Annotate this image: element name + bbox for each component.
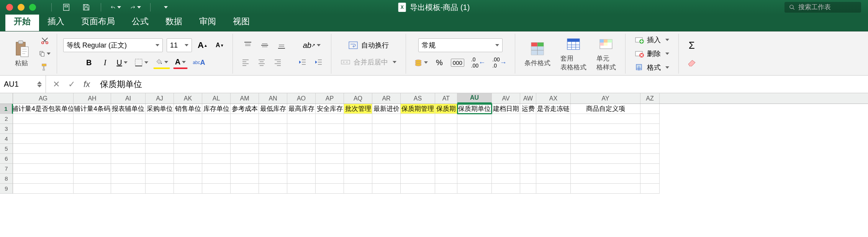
cell-AJ8[interactable] (146, 174, 174, 184)
cell-AG6[interactable] (13, 154, 74, 164)
decrease-font-button[interactable]: A▼ (213, 39, 226, 52)
cell-AI3[interactable] (111, 124, 146, 134)
cell-AK4[interactable] (174, 134, 202, 144)
cut-button[interactable] (39, 35, 51, 46)
cell-AW2[interactable] (520, 114, 536, 124)
cell-AQ9[interactable] (344, 184, 372, 194)
row-header-2[interactable]: 2 (0, 114, 13, 124)
cell-AL4[interactable] (202, 134, 231, 144)
cell-AQ5[interactable] (344, 144, 372, 154)
cell-AK6[interactable] (174, 154, 202, 164)
cell-AW6[interactable] (520, 154, 536, 164)
cell-AS3[interactable] (401, 124, 435, 134)
cell-AP4[interactable] (316, 134, 344, 144)
cell-AS6[interactable] (401, 154, 435, 164)
cell-AR8[interactable] (372, 174, 401, 184)
insert-cells-button[interactable]: 插入 (632, 34, 672, 46)
cell-AX1[interactable]: 是否走冻链 (536, 104, 571, 114)
cell-AX9[interactable] (536, 184, 571, 194)
paste-button[interactable]: 粘贴 (10, 39, 33, 69)
cell-AS8[interactable] (401, 174, 435, 184)
column-header-AM[interactable]: AM (231, 93, 259, 104)
clear-button[interactable] (685, 56, 699, 69)
column-header-AO[interactable]: AO (287, 93, 316, 104)
cell-AM8[interactable] (231, 174, 259, 184)
cell-AX2[interactable] (536, 114, 571, 124)
cell-AO7[interactable] (287, 164, 316, 174)
cell-AW4[interactable] (520, 134, 536, 144)
cell-AJ9[interactable] (146, 184, 174, 194)
cell-AO5[interactable] (287, 144, 316, 154)
cell-AO2[interactable] (287, 114, 316, 124)
cell-AT8[interactable] (435, 174, 457, 184)
cell-AG5[interactable] (13, 144, 74, 154)
cell-AS1[interactable]: 保质期管理 (401, 104, 435, 114)
cell-styles-button[interactable]: 单元 格样式 (593, 34, 619, 73)
cell-AJ4[interactable] (146, 134, 174, 144)
wrap-text-button[interactable]: 自动换行 (345, 39, 392, 51)
cell-AP9[interactable] (316, 184, 344, 194)
cell-AU2[interactable] (457, 114, 492, 124)
tab-view[interactable]: 视图 (224, 12, 258, 31)
row-header-5[interactable]: 5 (0, 144, 13, 154)
cell-AX7[interactable] (536, 164, 571, 174)
cell-AI2[interactable] (111, 114, 146, 124)
align-bottom-button[interactable] (275, 39, 288, 52)
underline-button[interactable]: U (115, 56, 129, 69)
cell-AY1[interactable]: 商品自定义项 (571, 104, 640, 114)
cell-AM4[interactable] (231, 134, 259, 144)
cell-AH7[interactable] (74, 164, 111, 174)
cell-AO6[interactable] (287, 154, 316, 164)
cell-AP3[interactable] (316, 124, 344, 134)
cell-AH4[interactable] (74, 134, 111, 144)
cell-AW9[interactable] (520, 184, 536, 194)
phonetic-button[interactable]: abcA (191, 56, 207, 69)
orientation-button[interactable]: ab↗ (301, 39, 323, 52)
tab-home[interactable]: 开始 (5, 12, 39, 31)
number-format-combo[interactable]: 常规 (418, 38, 503, 52)
column-header-AL[interactable]: AL (202, 93, 231, 104)
cell-AM6[interactable] (231, 154, 259, 164)
home-icon[interactable] (61, 2, 72, 13)
cell-AG2[interactable] (13, 114, 74, 124)
cell-AG1[interactable]: 辅计量4是否包装单位 (13, 104, 74, 114)
cell-AR9[interactable] (372, 184, 401, 194)
tab-review[interactable]: 审阅 (191, 12, 224, 31)
conditional-format-button[interactable]: 条件格式 (521, 39, 554, 69)
font-color-button[interactable]: A (173, 56, 188, 69)
column-header-AK[interactable]: AK (174, 93, 202, 104)
cell-AL2[interactable] (202, 114, 231, 124)
cell-AL3[interactable] (202, 124, 231, 134)
undo-icon[interactable] (110, 2, 121, 13)
cell-AJ3[interactable] (146, 124, 174, 134)
cell-AN1[interactable]: 最低库存 (259, 104, 287, 114)
cell-AT6[interactable] (435, 154, 457, 164)
cell-AL8[interactable] (202, 174, 231, 184)
cell-AN8[interactable] (259, 174, 287, 184)
fill-color-button[interactable] (153, 56, 170, 69)
cell-AZ9[interactable] (640, 184, 660, 194)
increase-indent-button[interactable] (312, 56, 325, 69)
cell-AU7[interactable] (457, 164, 492, 174)
cell-AM3[interactable] (231, 124, 259, 134)
cell-AU6[interactable] (457, 154, 492, 164)
cell-AM1[interactable]: 参考成本 (231, 104, 259, 114)
cell-AM9[interactable] (231, 184, 259, 194)
cell-AN5[interactable] (259, 144, 287, 154)
cell-AV8[interactable] (492, 174, 520, 184)
cell-AX4[interactable] (536, 134, 571, 144)
align-top-button[interactable] (241, 39, 254, 52)
cell-AV9[interactable] (492, 184, 520, 194)
cell-AQ6[interactable] (344, 154, 372, 164)
cell-AY4[interactable] (571, 134, 640, 144)
cell-AG9[interactable] (13, 184, 74, 194)
cell-AR7[interactable] (372, 164, 401, 174)
cell-AY7[interactable] (571, 164, 640, 174)
cell-AI5[interactable] (111, 144, 146, 154)
cell-AN4[interactable] (259, 134, 287, 144)
cell-AX6[interactable] (536, 154, 571, 164)
format-as-table-button[interactable]: 套用 表格格式 (557, 34, 590, 73)
percent-button[interactable]: % (433, 56, 446, 69)
insert-function-button[interactable]: fx (84, 79, 90, 89)
tab-page-layout[interactable]: 页面布局 (73, 12, 123, 31)
